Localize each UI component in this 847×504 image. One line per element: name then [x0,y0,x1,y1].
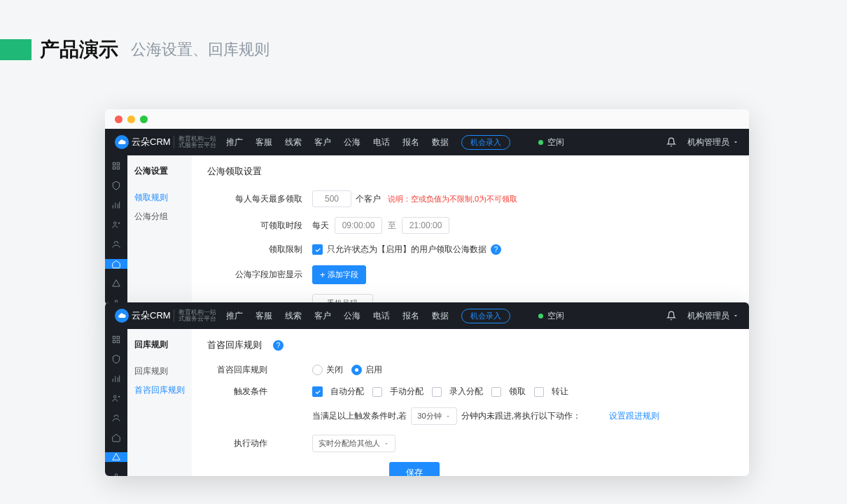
slide-subtitle: 公海设置、回库规则 [131,39,270,60]
chevron-down-icon [732,312,739,319]
nav-7[interactable]: 数据 [432,136,449,148]
rail-1[interactable] [105,161,127,171]
nav-6[interactable]: 报名 [402,136,419,148]
label-time-range: 可领取时段 [207,220,312,232]
rail-2[interactable] [105,181,127,190]
daily-text: 每天 [312,220,329,232]
radio-off[interactable]: 关闭 [312,364,343,376]
svg-rect-7 [117,336,120,339]
svg-rect-6 [113,336,115,339]
svg-rect-9 [117,340,120,343]
top-nav: 推广 客服 线索 客户 公海 电话 报名 数据 机会录入 [226,135,510,150]
top-nav: 推广 客服 线索 客户 公海 电话 报名 数据 机会录入 [226,309,510,323]
rail-8[interactable] [105,472,127,476]
rail-4[interactable] [105,393,127,403]
subnav-item-1[interactable]: 首咨回库规则 [134,381,185,400]
cb-opt-4[interactable]: 转让 [534,386,568,398]
nav-pill[interactable]: 机会录入 [461,135,510,150]
bell-icon[interactable] [666,137,676,147]
note-text: 空或负值为不限制,0为不可领取 [411,195,517,203]
rail-7-active[interactable] [105,452,127,462]
subnav-title: 回库规则 [134,339,185,351]
nav-4[interactable]: 公海 [344,136,360,148]
save-button[interactable]: 保存 [389,462,440,476]
cb-opt-1[interactable]: 手动分配 [372,386,424,398]
nav-5[interactable]: 电话 [373,136,390,148]
label-trigger: 触发条件 [207,386,277,398]
help-icon[interactable]: ? [491,244,501,255]
svg-point-11 [115,474,118,476]
logo-text: 云朵CRM [132,309,171,322]
radio-on[interactable]: 启用 [351,364,382,376]
window-public-sea-settings: 云朵CRM 教育机构一站式服务云平台 推广 客服 线索 客户 公海 电话 报名 … [105,109,749,305]
rail-3[interactable] [105,200,127,210]
subnav-item-1[interactable]: 公海分组 [134,207,185,226]
rail-3[interactable] [105,374,127,384]
svg-rect-1 [117,162,120,165]
rail-4[interactable] [105,220,127,230]
nav-1[interactable]: 客服 [255,310,272,322]
chevron-down-icon [384,441,389,447]
nav-0[interactable]: 推广 [226,136,243,148]
input-time-to[interactable] [402,217,449,234]
chevron-down-icon [732,139,739,146]
add-field-button[interactable]: +添加字段 [312,265,366,284]
rail-5[interactable] [105,239,127,249]
user-menu[interactable]: 机构管理员 [687,310,739,322]
logo: 云朵CRM 教育机构一站式服务云平台 [115,135,216,149]
rail-2[interactable] [105,354,127,364]
input-daily-max[interactable] [312,190,351,207]
nav-1[interactable]: 客服 [255,136,272,148]
subnav-title: 公海设置 [134,165,185,177]
status: 空闲 [538,136,564,148]
topbar-2: 云朵CRM 教育机构一站式服务云平台 推广 客服 线索 客户 公海 电话 报名 … [105,302,749,329]
nav-3[interactable]: 客户 [314,136,331,148]
user-menu[interactable]: 机构管理员 [687,136,739,148]
nav-3[interactable]: 客户 [314,310,331,322]
slide-accent [0,39,31,60]
subnav: 回库规则 回库规则 首咨回库规则 [127,329,192,476]
nav-0[interactable]: 推广 [226,310,243,322]
nav-4[interactable]: 公海 [344,310,360,322]
rail-6-active[interactable] [105,259,127,269]
content-title: 公海领取设置 [207,165,734,178]
cb-opt-0[interactable]: 自动分配 [312,386,364,398]
nav-2[interactable]: 线索 [285,136,302,148]
svg-rect-0 [113,162,115,165]
checkbox-restrict[interactable] [312,244,323,255]
select-minutes[interactable]: 30分钟 [411,407,456,425]
rail-6[interactable] [105,433,127,442]
rail-7[interactable] [105,279,127,288]
unit-text: 个客户 [356,193,381,205]
label-action: 执行动作 [207,438,277,449]
content: 首咨回库规则? 首咨回库规则 关闭 启用 触发条件 自动分配 手动分配 录入分配… [192,329,749,476]
rail-1[interactable] [105,335,127,344]
rail-5[interactable] [105,413,127,423]
nav-pill[interactable]: 机会录入 [461,309,510,323]
sep-text: 至 [388,220,396,232]
nav-6[interactable]: 报名 [402,310,419,322]
logo-text: 云朵CRM [132,136,171,148]
restrict-text: 只允许状态为【启用】的用户领取公海数据 [327,244,486,255]
subnav-item-0[interactable]: 领取规则 [134,188,185,207]
icon-rail [105,329,127,476]
svg-point-10 [114,396,117,398]
nav-2[interactable]: 线索 [285,310,302,322]
slide-title: 产品演示 [40,36,118,63]
bell-icon[interactable] [666,311,676,321]
cb-opt-3[interactable]: 领取 [491,386,526,398]
svg-rect-2 [113,167,115,169]
link-followup[interactable]: 设置跟进规则 [609,410,659,422]
cb-opt-2[interactable]: 录入分配 [432,386,483,398]
nav-7[interactable]: 数据 [432,310,449,322]
select-action[interactable]: 实时分配给其他人 [312,435,396,452]
label-encrypt: 公海字段加密显示 [207,269,312,281]
cond-post: 分钟内未跟进,将执行以下动作： [461,410,581,422]
help-icon[interactable]: ? [273,340,284,351]
subnav-item-0[interactable]: 回库规则 [134,362,185,381]
cond-pre: 当满足以上触发条件时,若 [312,410,407,422]
svg-rect-8 [113,340,115,343]
input-time-from[interactable] [335,217,382,234]
nav-5[interactable]: 电话 [373,310,390,322]
label-rule-toggle: 首咨回库规则 [207,364,277,376]
